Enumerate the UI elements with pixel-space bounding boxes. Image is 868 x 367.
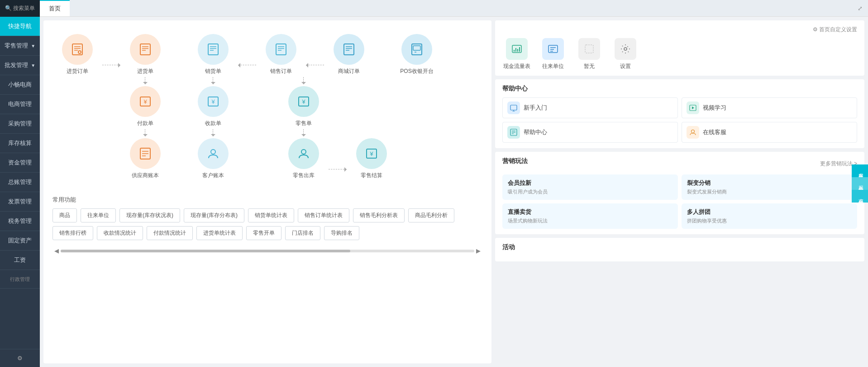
qn-settings[interactable]: 设置 [611,38,640,70]
main-area: 首页 ⤢ 进货订单 [40,0,868,367]
wf-node-retail-outbound[interactable]: 零售出库 [279,138,329,179]
scroll-thumb[interactable] [61,250,350,252]
wf-node-purchase-slip[interactable]: 进货单 [120,34,170,75]
expand-icon: ⤢ [858,5,863,12]
help-item-video[interactable]: 视频学习 [682,97,857,118]
svg-point-60 [692,130,695,133]
wf-label-supplier-account: 供应商账本 [132,172,159,179]
help-item-online[interactable]: 在线客服 [682,122,857,143]
customer-account-icon [198,138,229,169]
common-functions-title: 常用功能 [52,196,482,204]
func-btn-guide-rank[interactable]: 导购排名 [324,226,359,240]
sidebar-item-xiaochang-ec[interactable]: 小畅电商 [0,75,40,95]
wf-node-retail-order[interactable]: ¥ 零售单 [279,86,329,127]
scroll-right-arrow[interactable]: ▶ [474,247,482,254]
wf-node-supplier-account[interactable]: 供应商账本 [120,138,170,179]
mkt-item-live[interactable]: 直播卖货 场景式购物新玩法 [502,203,678,229]
horizontal-scrollbar[interactable]: ◀ ▶ [52,246,482,256]
svg-rect-51 [510,105,517,110]
func-btn-sales-margin[interactable]: 销售毛利分析表 [353,208,405,222]
wf-node-customer-account[interactable]: 客户账本 [188,138,238,179]
sidebar-item-other-mgmt[interactable]: 行政管理 [0,270,40,289]
wf-label-retail-settlement: 零售结算 [361,172,382,179]
home-settings-link[interactable]: ⚙ 首页自定义设置 [813,26,857,34]
mkt-item-member[interactable]: 会员拉新 吸引用户成为会员 [502,174,678,200]
func-btn-goods-margin[interactable]: 商品毛利分析 [408,208,454,222]
func-btn-store-rank[interactable]: 门店排名 [285,226,320,240]
chevron-down-icon: ▼ [31,43,35,48]
func-grid: 商品 往来单位 现存量(库存状况表) 现存量(库存分布表) 销货单统计表 销售订… [52,208,482,240]
sidebar-item-invoice-mgmt[interactable]: 发票管理 [0,192,40,212]
gear-icon: ⚙ [17,355,23,362]
sidebar-item-inventory[interactable]: 库存核算 [0,134,40,153]
sidebar-item-payroll[interactable]: 工资 [0,251,40,270]
retail-settlement-icon: ¥ [356,138,387,169]
svg-text:¥: ¥ [143,98,147,105]
scroll-track[interactable] [61,250,474,252]
wf-node-sales-slip[interactable]: 销货单 [188,34,238,75]
func-btn-inventory-dist[interactable]: 现存量(库存分布表) [184,208,244,222]
sidebar-item-purchase-mgmt[interactable]: 采购管理 [0,114,40,134]
sidebar-item-label: 小畅电商 [8,81,32,88]
wf-label-payment-slip: 付款单 [137,120,153,127]
sidebar-item-label: 固定资产 [8,237,32,244]
left-panel: 进货订单 进货单 [43,20,491,363]
func-btn-purchase-stats[interactable]: 进货单统计表 [196,226,243,240]
sidebar-item-capital-mgmt[interactable]: 资金管理 [0,153,40,173]
wf-label-purchase-slip: 进货单 [137,68,153,75]
wf-node-retail-settlement[interactable]: ¥ 零售结算 [347,138,396,179]
wf-label-sales-order: 销售订单 [270,68,292,75]
func-btn-payment-stats[interactable]: 付款情况统计 [147,226,193,240]
sidebar-item-general-ledger[interactable]: 总账管理 [0,173,40,192]
func-btn-sales-rank[interactable]: 销售排行榜 [52,226,93,240]
sidebar-item-wholesale-mgmt[interactable]: 批发管理 ▼ [0,56,40,75]
workflow-diagram: 进货订单 进货单 [52,29,482,188]
sidebar-item-ec-mgmt[interactable]: 电商管理 [0,95,40,114]
float-btn-desktop-shortcut[interactable]: 桌面快捷 [852,190,868,203]
help-item-help[interactable]: 帮助中心 [502,122,678,143]
sidebar-item-label: 税务管理 [8,217,32,224]
wf-node-pos-cashier[interactable]: POS收银开台 [392,34,442,75]
func-btn-goods[interactable]: 商品 [52,208,77,222]
sidebar-settings-button[interactable]: ⚙ [0,349,40,367]
sidebar-item-label: 采购管理 [8,120,32,127]
qn-none-label: 暂无 [584,63,595,70]
help-item-beginner[interactable]: 新手入门 [502,97,678,118]
func-btn-sales-order-stats[interactable]: 销售订单统计表 [298,208,349,222]
tab-home[interactable]: 首页 [40,0,70,16]
wf-node-purchase-order[interactable]: 进货订单 [52,34,102,75]
func-btn-partner[interactable]: 往来单位 [81,208,116,222]
quick-nav-section: ⚙ 首页自定义设置 现金流量表 往来单位 [495,20,864,76]
marketing-section: 营销玩法 更多营销玩法 > 会员拉新 吸引用户成为会员 裂变分销 裂变式发展分销… [495,152,864,234]
svg-rect-49 [585,45,593,53]
mkt-item-group[interactable]: 多人拼团 拼团购物享受优惠 [682,203,857,229]
mkt-fission-title: 裂变分销 [687,179,852,187]
wf-label-receipt-slip: 收款单 [205,120,221,127]
sidebar-search[interactable]: 🔍 搜索菜单 [0,0,40,17]
tab-expand-button[interactable]: ⤢ [852,1,868,15]
wf-node-sales-order[interactable]: 销售订单 [256,34,306,75]
mkt-item-fission[interactable]: 裂变分销 裂变式发展分销商 [682,174,857,200]
wf-label-sales-slip: 销货单 [205,68,221,75]
qn-cash-flow[interactable]: 现金流量表 [502,38,531,70]
float-btn-service-community[interactable]: 服务社区 [852,177,868,190]
qn-cash-flow-label: 现金流量表 [503,63,530,70]
wf-label-purchase-order: 进货订单 [67,68,88,75]
sidebar-item-quick-nav[interactable]: 快捷导航 [0,17,40,36]
qn-none[interactable]: 暂无 [575,38,604,70]
sidebar-item-label: 快捷导航 [8,23,32,29]
func-btn-retail-order[interactable]: 零售开单 [246,226,281,240]
qn-partner-units[interactable]: 往来单位 [539,38,568,70]
wf-node-mall-order[interactable]: 商城订单 [324,34,374,75]
sidebar-item-tax-mgmt[interactable]: 税务管理 [0,212,40,231]
wf-node-receipt-slip[interactable]: ¥ 收款单 [188,86,238,127]
quick-nav-icons: 现金流量表 往来单位 暂无 [502,38,857,70]
scroll-left-arrow[interactable]: ◀ [52,247,61,254]
sidebar-item-retail-mgmt[interactable]: 零售管理 ▼ [0,36,40,56]
wf-node-payment-slip[interactable]: ¥ 付款单 [120,86,170,127]
sidebar-item-fixed-assets[interactable]: 固定资产 [0,231,40,251]
float-btn-customer-service[interactable]: 客服热线 [852,164,868,177]
func-btn-sales-stats[interactable]: 销货单统计表 [248,208,294,222]
func-btn-receipt-stats[interactable]: 收款情况统计 [97,226,143,240]
func-btn-inventory-status[interactable]: 现存量(库存状况表) [119,208,180,222]
